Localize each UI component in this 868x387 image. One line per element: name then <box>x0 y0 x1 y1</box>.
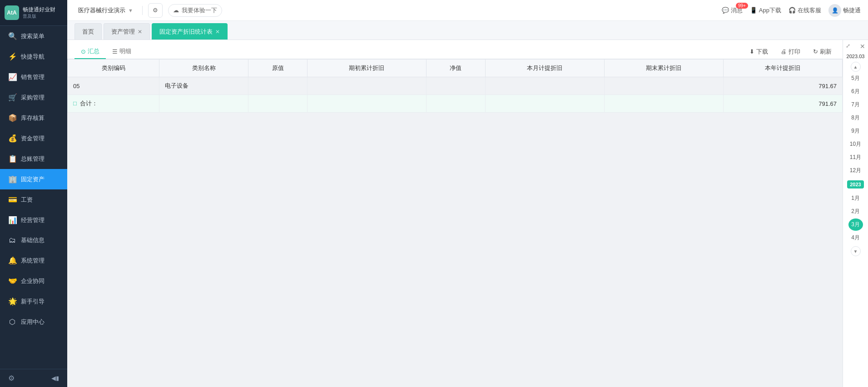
sidebar-item-inventory[interactable]: 📦 库存核算 <box>0 108 67 128</box>
message-icon: 💬 <box>722 7 729 14</box>
month-7[interactable]: 7月 <box>846 99 866 111</box>
sidebar-item-sales[interactable]: 📈 销售管理 <box>0 67 67 87</box>
month-6[interactable]: 6月 <box>846 85 866 98</box>
settings-icon[interactable]: ⚙ <box>8 374 15 382</box>
download-icon: 📱 <box>750 7 757 14</box>
sidebar-item-label-operations: 经营管理 <box>21 216 45 224</box>
user-item[interactable]: 👤 畅捷通 <box>828 4 861 17</box>
sidebar-item-purchase[interactable]: 🛒 采购管理 <box>0 87 67 108</box>
app-download-item[interactable]: 📱 App下载 <box>750 6 781 15</box>
cell-month-depr <box>485 77 604 95</box>
detail-icon: ☰ <box>112 48 118 55</box>
month-11[interactable]: 11月 <box>846 151 866 164</box>
company-selector[interactable]: 医疗器械行业演示 ▼ <box>74 5 137 16</box>
panel-close-icon[interactable]: ✕ <box>860 43 865 50</box>
online-service-item[interactable]: 🎧 在线客服 <box>789 6 821 15</box>
download-button[interactable]: ⬇ 下载 <box>746 46 772 58</box>
base-info-icon: 🗂 <box>8 236 16 244</box>
tab-depreciation-report-close[interactable]: ✕ <box>215 29 220 35</box>
experience-button[interactable]: ☁ 我要体验一下 <box>168 4 222 17</box>
sidebar-item-operations[interactable]: 📊 经营管理 <box>0 210 67 230</box>
subtotal-year-depr: 791.67 <box>723 95 842 113</box>
tab-depreciation-report-label: 固定资产折旧统计表 <box>159 28 213 36</box>
refresh-icon: ↻ <box>813 48 818 55</box>
sidebar-item-quick-nav[interactable]: ⚡ 快捷导航 <box>0 46 67 67</box>
sidebar-item-fixed-assets[interactable]: 🏢 固定资产 <box>0 169 67 189</box>
subtab-detail-label: 明细 <box>119 47 131 55</box>
tab-asset-management-close[interactable]: ✕ <box>138 29 142 35</box>
sidebar-item-label-quick-nav: 快捷导航 <box>21 53 45 61</box>
logo-icon: AtA <box>5 5 19 20</box>
collapse-icon[interactable]: ◀▮ <box>51 375 59 382</box>
subtab-detail[interactable]: ☰ 明细 <box>106 45 138 59</box>
date-panel: 2023.03 ✕ ⤢ ▲ 5月 6月 7月 8月 9月 10月 11月 12月… <box>843 40 868 387</box>
month-9[interactable]: 9月 <box>846 125 866 137</box>
col-header-code: 类别编码 <box>68 60 159 77</box>
sidebar-item-label-purchase: 采购管理 <box>21 94 45 102</box>
sidebar-item-search[interactable]: 🔍 搜索菜单 <box>0 26 67 46</box>
month-3-selected[interactable]: 3月 <box>848 218 863 231</box>
main-content: ⊙ 汇总 ☰ 明细 ⬇ 下载 🖨 打印 <box>67 40 843 387</box>
subtotal-original <box>248 95 308 113</box>
settings-button[interactable]: ⚙ <box>148 3 163 18</box>
tab-asset-management[interactable]: 资产管理 ✕ <box>104 23 150 40</box>
col-header-name: 类别名称 <box>159 60 248 77</box>
sidebar-item-label-fixed-assets: 固定资产 <box>21 175 45 184</box>
sidebar-item-guide[interactable]: 🌟 新手引导 <box>0 291 67 312</box>
month-8[interactable]: 8月 <box>846 112 866 124</box>
month-2[interactable]: 2月 <box>846 205 866 218</box>
topbar-right: 💬 消息 99+ 📱 App下载 🎧 在线客服 👤 畅捷通 <box>722 4 861 17</box>
operations-icon: 📊 <box>8 216 16 224</box>
cloud-icon: ☁ <box>173 7 179 14</box>
sales-icon: 📈 <box>8 73 16 81</box>
cell-original <box>248 77 308 95</box>
print-button[interactable]: 🖨 打印 <box>777 46 804 58</box>
sidebar-item-system[interactable]: 🔔 系统管理 <box>0 250 67 271</box>
sidebar-item-collab[interactable]: 🤝 企业协同 <box>0 271 67 291</box>
subtotal-end-accum <box>604 95 723 113</box>
subtab-summary-label: 汇总 <box>88 47 99 55</box>
print-label: 打印 <box>789 48 800 56</box>
sidebar-bottom: ⚙ ◀▮ <box>0 369 67 387</box>
sidebar-item-app-center[interactable]: ⬡ 应用中心 <box>0 312 67 332</box>
logo-sub: 普及版 <box>23 13 55 20</box>
month-4[interactable]: 4月 <box>846 232 866 244</box>
tab-home[interactable]: 首页 <box>74 23 102 40</box>
tab-depreciation-report[interactable]: 固定资产折旧统计表 ✕ <box>152 23 228 40</box>
month-12[interactable]: 12月 <box>846 164 866 177</box>
scroll-up-button[interactable]: ▲ <box>851 62 861 72</box>
month-1[interactable]: 1月 <box>846 192 866 204</box>
refresh-button[interactable]: ↻ 刷新 <box>809 46 835 58</box>
subtotal-label-cell: □ 合计： <box>68 95 159 113</box>
topbar: 医疗器械行业演示 ▼ ⚙ ☁ 我要体验一下 💬 消息 99+ 📱 App下载 🎧… <box>67 0 868 21</box>
guide-icon: 🌟 <box>8 297 16 306</box>
avatar: 👤 <box>828 4 841 17</box>
subtotal-row: □ 合计： 791.67 <box>68 95 843 113</box>
service-icon: 🎧 <box>789 7 796 14</box>
cell-name: 电子设备 <box>159 77 248 95</box>
sidebar-item-ledger[interactable]: 📋 总账管理 <box>0 149 67 169</box>
app-download-label: App下载 <box>759 6 781 15</box>
cell-code: 05 <box>68 77 159 95</box>
quick-nav-icon: ⚡ <box>8 52 16 61</box>
sidebar-item-finance[interactable]: 💰 资金管理 <box>0 128 67 149</box>
sidebar-item-payroll[interactable]: 💳 工资 <box>0 189 67 210</box>
month-5[interactable]: 5月 <box>846 72 866 84</box>
month-10[interactable]: 10月 <box>846 138 866 150</box>
finance-icon: 💰 <box>8 134 16 143</box>
collab-icon: 🤝 <box>8 277 16 285</box>
purchase-icon: 🛒 <box>8 93 16 102</box>
sidebar-item-base-info[interactable]: 🗂 基础信息 <box>0 230 67 250</box>
depreciation-table: 类别编码 类别名称 原值 期初累计折旧 净值 本月计提折旧 期末累计折旧 本年计… <box>67 59 843 113</box>
subtotal-icon: □ <box>73 100 77 107</box>
subtab-summary[interactable]: ⊙ 汇总 <box>74 45 106 59</box>
year-badge-2023[interactable]: 2023 <box>847 180 863 189</box>
panel-expand-icon[interactable]: ⤢ <box>846 43 857 49</box>
tab-asset-management-label: 资产管理 <box>111 28 135 36</box>
subtotal-net <box>426 95 485 113</box>
sidebar-item-label-finance: 资金管理 <box>21 134 45 143</box>
message-item[interactable]: 💬 消息 99+ <box>722 6 743 15</box>
scroll-down-button[interactable]: ▼ <box>851 246 861 256</box>
subtotal-month-depr <box>485 95 604 113</box>
col-header-month-depr: 本月计提折旧 <box>485 60 604 77</box>
